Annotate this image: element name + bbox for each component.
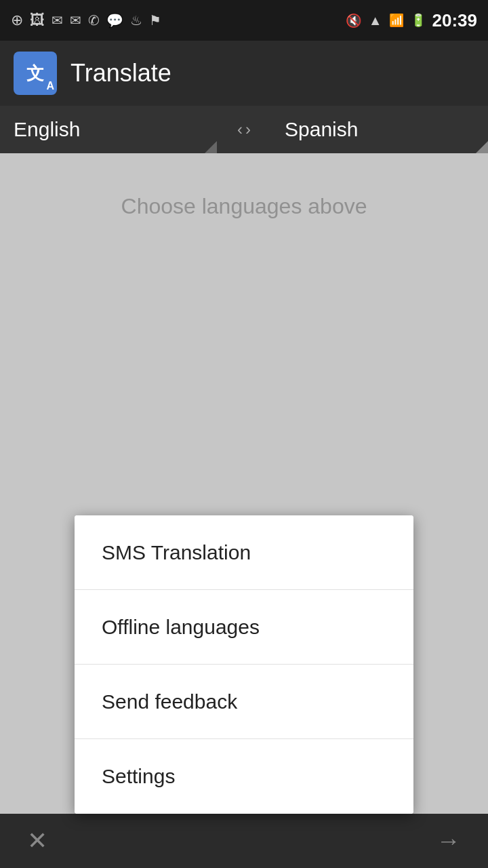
source-language-label: English [14, 118, 80, 141]
flag-icon: ⚑ [149, 12, 161, 28]
source-language-arrow [205, 141, 217, 153]
language-swap-button[interactable]: ‹ › [217, 106, 271, 153]
menu-item-feedback[interactable]: Send feedback [75, 665, 413, 739]
target-language-label: Spanish [285, 118, 358, 141]
menu-item-feedback-label: Send feedback [102, 690, 237, 713]
menu-item-sms[interactable]: SMS Translation [75, 515, 413, 590]
add-icon: ⊕ [11, 12, 23, 29]
menu-item-settings[interactable]: Settings [75, 739, 413, 814]
email-alt-icon: ✉ [70, 12, 81, 28]
wifi-icon: ▲ [369, 13, 382, 28]
source-language-selector[interactable]: English [0, 106, 217, 153]
menu-item-sms-label: SMS Translation [102, 541, 251, 564]
language-bar: English ‹ › Spanish [0, 106, 488, 153]
app-bar: 文 A Translate [0, 41, 488, 106]
mute-icon: 🔇 [346, 13, 362, 28]
chevron-right-icon: › [245, 120, 251, 139]
app-title: Translate [70, 59, 171, 87]
close-button[interactable]: ✕ [27, 827, 47, 855]
menu-item-settings-label: Settings [102, 765, 175, 788]
app-icon: 文 A [14, 52, 57, 95]
battery-icon: 🔋 [411, 13, 426, 28]
menu-item-offline[interactable]: Offline languages [75, 590, 413, 665]
call-end-icon: ✆ [88, 12, 100, 28]
status-bar: ⊕ 🖼 ✉ ✉ ✆ 💬 ♨ ⚑ 🔇 ▲ 📶 🔋 20:39 [0, 0, 488, 41]
target-language-arrow [476, 141, 488, 153]
translate-char: 文 [26, 62, 44, 85]
status-icons-left: ⊕ 🖼 ✉ ✉ ✆ 💬 ♨ ⚑ [11, 12, 161, 29]
dropdown-menu: SMS Translation Offline languages Send f… [75, 515, 413, 814]
image-icon: 🖼 [30, 12, 45, 29]
target-language-selector[interactable]: Spanish [271, 106, 488, 153]
chevron-left-icon: ‹ [237, 120, 243, 139]
status-icons-right: 🔇 ▲ 📶 🔋 20:39 [346, 10, 477, 31]
email-icon: ✉ [52, 12, 63, 28]
status-time: 20:39 [432, 10, 478, 31]
forward-button[interactable]: → [436, 827, 461, 855]
menu-item-offline-label: Offline languages [102, 616, 260, 639]
chat-icon: 💬 [106, 12, 123, 28]
app-icon-a: A [46, 80, 54, 92]
steam-icon: ♨ [130, 12, 142, 28]
signal-icon: 📶 [389, 13, 404, 28]
bottom-bar: ✕ → [0, 814, 488, 868]
